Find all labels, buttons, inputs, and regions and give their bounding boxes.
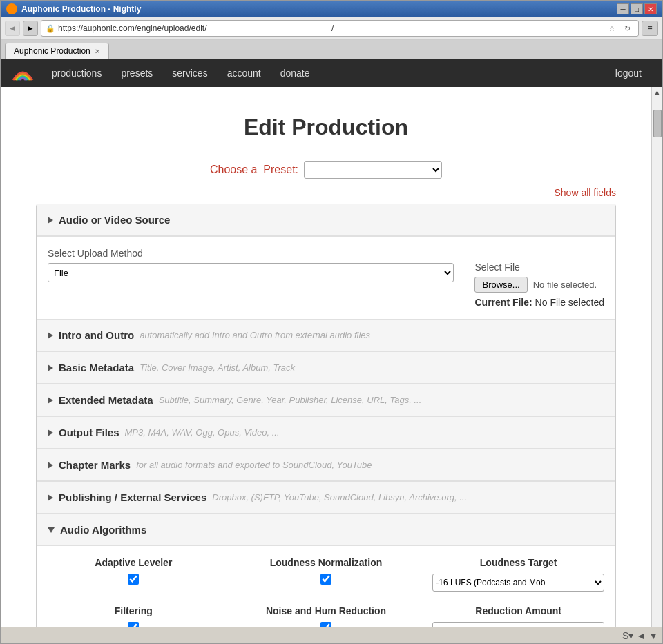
url-suffix: /	[332, 23, 605, 33]
section-header-audio-source[interactable]: Audio or Video Source	[37, 204, 615, 236]
upload-method-area: Select Upload Method File URL FTP	[48, 248, 454, 282]
expand-icon-intro-outro	[48, 332, 53, 339]
algo-loudness-target: Loudness Target -16 LUFS (Podcasts and M…	[432, 557, 604, 592]
collapse-icon-audio-algorithms	[48, 527, 55, 533]
browser-menu-button[interactable]: ≡	[642, 21, 658, 36]
section-header-intro-outro[interactable]: Intro and Outro automatically add Intro …	[37, 319, 615, 351]
filtering-checkbox[interactable]	[128, 622, 139, 627]
file-row: Browse... No file selected.	[474, 277, 604, 293]
status-icon-3[interactable]: ▼	[648, 630, 658, 641]
algo-loudness-normalization: Loudness Normalization	[240, 557, 412, 592]
section-label-extended-metadata: Extended Metadata	[59, 394, 153, 406]
preset-label-choose: Choose a	[210, 164, 258, 175]
noise-hum-checkbox[interactable]	[320, 622, 332, 627]
preset-link[interactable]: Preset:	[263, 164, 298, 175]
address-bar[interactable]: 🔒 https://auphonic.com/engine/upload/edi…	[41, 20, 639, 37]
sections-container: Audio or Video Source Select Upload Meth…	[36, 204, 616, 627]
nav-services[interactable]: services	[162, 61, 217, 86]
nav-donate[interactable]: donate	[271, 61, 320, 86]
browser-tab[interactable]: Auphonic Production ✕	[5, 43, 109, 59]
browse-button[interactable]: Browse...	[474, 277, 527, 293]
section-hint-chapter-marks: for all audio formats and exported to So…	[136, 460, 372, 470]
section-label-chapter-marks: Chapter Marks	[59, 459, 131, 471]
section-header-chapter-marks[interactable]: Chapter Marks for all audio formats and …	[37, 449, 615, 481]
section-hint-publishing: Dropbox, (S)FTP, YouTube, SoundCloud, Li…	[212, 492, 467, 502]
section-header-basic-metadata[interactable]: Basic Metadata Title, Cover Image, Artis…	[37, 351, 615, 384]
page-title: Edit Production	[36, 115, 616, 140]
tab-bar: Auphonic Production ✕	[1, 40, 662, 59]
show-all-fields-link[interactable]: Show all fields	[555, 187, 617, 198]
algo-filtering: Filtering	[48, 605, 220, 627]
upload-method-label: Select Upload Method	[48, 248, 454, 259]
upload-method-select[interactable]: File URL FTP	[48, 263, 454, 282]
loudness-target-select[interactable]: -16 LUFS (Podcasts and Mob -23 LUFS (Bro…	[432, 574, 604, 592]
reduction-amount-select[interactable]: Auto Low Medium High	[432, 622, 604, 627]
section-label-publishing: Publishing / External Services	[59, 491, 206, 503]
section-header-output-files[interactable]: Output Files MP3, M4A, WAV, Ogg, Opus, V…	[37, 416, 615, 449]
preset-select[interactable]	[304, 161, 442, 179]
app-icon	[6, 3, 17, 14]
expand-icon-publishing	[48, 494, 53, 501]
expand-icon-output-files	[48, 429, 53, 436]
section-header-publishing[interactable]: Publishing / External Services Dropbox, …	[37, 481, 615, 514]
section-label-audio-algorithms: Audio Algorithms	[60, 524, 146, 536]
adaptive-leveler-label: Adaptive Leveler	[95, 557, 172, 568]
expand-icon-extended-metadata	[48, 397, 53, 404]
no-file-text: No file selected.	[533, 280, 597, 290]
tab-close-button[interactable]: ✕	[95, 48, 100, 55]
current-file-display: Current File: No File selected	[474, 297, 604, 308]
scroll-up-button[interactable]: ▲	[654, 88, 661, 96]
preset-label: Choose a Preset:	[210, 164, 298, 176]
nav-presets[interactable]: presets	[111, 61, 162, 86]
bookmark-button[interactable]: ☆	[605, 21, 619, 35]
scroll-thumb[interactable]	[653, 110, 662, 137]
window-title-area: Auphonic Production - Nightly	[6, 3, 141, 14]
section-header-extended-metadata[interactable]: Extended Metadata Subtitle, Summary, Gen…	[37, 384, 615, 416]
nav-productions[interactable]: productions	[42, 61, 111, 86]
algo-adaptive-leveler: Adaptive Leveler	[48, 557, 220, 592]
browser-toolbar: ◄ ► 🔒 https://auphonic.com/engine/upload…	[1, 17, 662, 40]
section-label-audio-source: Audio or Video Source	[59, 214, 170, 226]
noise-hum-label: Noise and Hum Reduction	[266, 605, 386, 616]
nav-account[interactable]: account	[218, 61, 271, 86]
section-header-audio-algorithms[interactable]: Audio Algorithms	[37, 514, 615, 546]
adaptive-leveler-checkbox[interactable]	[128, 574, 139, 585]
upload-row: Select Upload Method File URL FTP Select…	[48, 248, 604, 308]
status-icon-1[interactable]: S▾	[622, 630, 633, 641]
expand-icon-chapter-marks	[48, 462, 53, 469]
status-bar: S▾ ◄ ▼	[1, 627, 662, 643]
algorithm-grid: Adaptive Leveler Loudness Normalization …	[48, 557, 604, 627]
file-select-label: Select File	[474, 262, 604, 273]
section-hint-output-files: MP3, M4A, WAV, Ogg, Opus, Video, ...	[125, 427, 280, 438]
close-button[interactable]: ✕	[644, 3, 657, 14]
algo-noise-hum: Noise and Hum Reduction	[240, 605, 412, 627]
loudness-target-label: Loudness Target	[480, 557, 557, 568]
refresh-button[interactable]: ↻	[620, 21, 634, 35]
status-icon-2[interactable]: ◄	[636, 630, 646, 641]
loudness-normalization-checkbox[interactable]	[320, 574, 332, 585]
lock-icon: 🔒	[46, 24, 55, 33]
current-file-value: No File selected	[535, 297, 604, 308]
nav-logout[interactable]: logout	[606, 61, 651, 86]
filtering-label: Filtering	[115, 605, 153, 616]
main-content-area: Edit Production Choose a Preset: Show al…	[1, 87, 651, 627]
preset-chooser-row: Choose a Preset:	[36, 161, 616, 179]
section-hint-extended-metadata: Subtitle, Summary, Genre, Year, Publishe…	[159, 395, 422, 405]
vertical-scrollbar[interactable]: ▲	[651, 87, 662, 627]
expand-icon-audio-source	[48, 217, 53, 224]
section-label-intro-outro: Intro and Outro	[59, 329, 134, 341]
section-hint-intro-outro: automatically add Intro and Outro from e…	[140, 330, 370, 340]
file-select-area: Select File Browse... No file selected. …	[474, 248, 604, 308]
reduction-amount-label: Reduction Amount	[475, 605, 561, 616]
current-file-label: Current File:	[474, 297, 532, 308]
maximize-button[interactable]: □	[631, 3, 643, 14]
logo	[9, 63, 37, 84]
minimize-button[interactable]: ─	[617, 3, 629, 14]
window-controls: ─ □ ✕	[617, 3, 657, 14]
back-button[interactable]: ◄	[5, 21, 20, 36]
section-content-audio-algorithms: Adaptive Leveler Loudness Normalization …	[37, 546, 615, 627]
tab-label: Auphonic Production	[14, 46, 90, 56]
logo-icon	[10, 64, 35, 83]
forward-button[interactable]: ►	[23, 21, 38, 36]
address-actions: ☆ ↻	[605, 21, 634, 35]
